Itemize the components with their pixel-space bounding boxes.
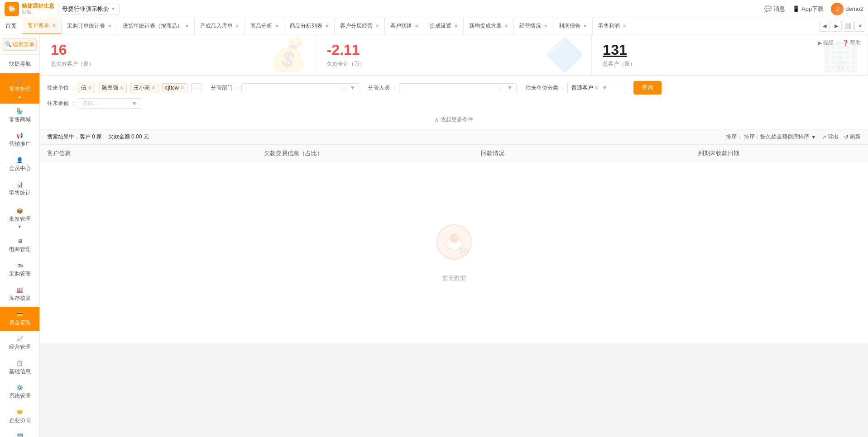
remove-tag-normal[interactable]: ✕: [595, 85, 599, 91]
filter-more-tags[interactable]: ···: [191, 83, 202, 92]
close-tab-product-analysis-list[interactable]: ✕: [325, 24, 329, 28]
nav-next-button[interactable]: ▶: [831, 21, 842, 32]
message-button[interactable]: 💬 消息: [764, 5, 785, 13]
data-table: 客户信息 欠款交易信息（占比） 回款情况 到期未收款日期: [40, 145, 868, 343]
sidebar-item-quick-nav[interactable]: 快捷导航: [0, 57, 39, 71]
collapse-up-icon: ∧: [435, 117, 439, 123]
account-selector[interactable]: 母婴行业演示帐套 ▼: [58, 4, 120, 14]
dept-select[interactable]: ··· ▼: [241, 83, 359, 92]
export-button[interactable]: ↗ 导出: [822, 133, 839, 141]
app-download-button[interactable]: 📱 App下载: [792, 5, 824, 13]
remove-tag-cjttcw[interactable]: ✕: [180, 85, 184, 91]
tab-profit-report[interactable]: 利润报告 ✕: [553, 18, 593, 34]
dept-chevron-icon: ▼: [350, 85, 355, 91]
tab-operation[interactable]: 经营情况 ✕: [514, 18, 553, 34]
close-tab-profit-report[interactable]: ✕: [583, 24, 587, 28]
sidebar-item-operation[interactable]: 📈 经营管理: [0, 331, 39, 356]
query-button[interactable]: 查询: [633, 81, 662, 95]
close-tab-retail-profit[interactable]: ✕: [623, 24, 626, 28]
tab-new-commission[interactable]: 新增提成方案 ✕: [464, 18, 514, 34]
logo-icon: 畅: [5, 2, 19, 16]
balance-select[interactable]: 选择... ▼: [78, 98, 141, 109]
person-chevron-icon: ▼: [507, 85, 513, 91]
nav-close-all-button[interactable]: ✕: [854, 21, 865, 32]
remove-tag-wu[interactable]: ✕: [88, 85, 92, 91]
sidebar-item-retail-mall[interactable]: 🏪 零售商城: [0, 104, 39, 128]
result-space: [104, 133, 107, 140]
tab-retail-profit-label: 零售利润: [598, 22, 620, 30]
person-label: 分管人员: [368, 84, 390, 92]
filter-tag-cjttcw[interactable]: cjttcw ✕: [162, 83, 187, 92]
sidebar-search-area: 🔍 搜索菜单: [0, 34, 39, 55]
sidebar-item-member[interactable]: 👤 会员中心: [0, 152, 39, 177]
tab-commission-settings[interactable]: 提成设置 ✕: [424, 18, 464, 34]
person-dots: ···: [499, 85, 504, 91]
tab-purchase-order[interactable]: 采购订单统计表 ✕: [62, 18, 117, 34]
sidebar-item-purchase[interactable]: 🛍 采购管理: [0, 258, 39, 282]
guide-icon: 🆕: [16, 433, 23, 437]
search-icon: 🔍: [5, 41, 12, 48]
close-tab-product-analysis[interactable]: ✕: [275, 24, 278, 28]
filter-tag-wu[interactable]: 伍 ✕: [78, 83, 95, 93]
sidebar-item-system[interactable]: ⚙️ 系统管理: [0, 380, 39, 404]
sidebar-item-ecommerce[interactable]: 🖥 电商管理: [0, 233, 39, 258]
filter-tag-chen[interactable]: 陈民强 ✕: [99, 83, 127, 93]
sidebar-item-wholesale[interactable]: 📦 批发管理 ▼: [0, 203, 39, 233]
stat-label-total: 总客户（家）: [603, 60, 857, 68]
tab-inbound-stats[interactable]: 进货单统计表（按商品） ✕: [117, 18, 195, 34]
username: demo2: [845, 5, 863, 12]
sidebar-item-basic-info[interactable]: 📋 基础信息: [0, 356, 39, 380]
close-tab-new-commission[interactable]: ✕: [504, 24, 508, 28]
close-tab-customer-tier[interactable]: ✕: [375, 24, 379, 28]
close-tab-commission-settings[interactable]: ✕: [454, 24, 458, 28]
sidebar-item-finance[interactable]: 💳 资金管理: [0, 307, 39, 331]
close-tab-product-inbound[interactable]: ✕: [235, 24, 239, 28]
close-tab-operation[interactable]: ✕: [544, 24, 547, 28]
user-area[interactable]: D demo2: [831, 3, 863, 15]
nav-maximize-button[interactable]: ⬜: [843, 21, 854, 32]
sidebar-item-enterprise[interactable]: 🤝 企业协同: [0, 404, 39, 429]
search-menu-button[interactable]: 🔍 搜索菜单: [3, 38, 37, 51]
tab-customer-contact[interactable]: 客户联络 ✕: [385, 18, 424, 34]
stats-header: 💰 16 总欠款客户（家） 🔷 -2.11 欠款合计（万） 🏢 131 总客户（…: [40, 34, 868, 76]
stat-block-amount: 🔷 -2.11 欠款合计（万）: [316, 34, 592, 75]
sidebar-item-marketing[interactable]: 📢 营销推广: [0, 128, 39, 152]
filter-tag-wang[interactable]: 王小亮 ✕: [130, 83, 158, 93]
close-tab-inbound-stats[interactable]: ✕: [185, 24, 189, 28]
close-tab-customer-ledger[interactable]: ✕: [52, 23, 56, 28]
close-tab-customer-contact[interactable]: ✕: [415, 24, 418, 28]
search-result-bar: 搜索结果中，客户 0 家 欠款金额 0.00 元 排序： 排序：按欠款金额倒序排…: [40, 129, 868, 145]
message-icon: 💬: [764, 5, 772, 12]
remove-tag-wang[interactable]: ✕: [151, 85, 155, 91]
sidebar-item-retail[interactable]: 🛒 零售管理 ▲: [0, 73, 39, 104]
remove-tag-chen[interactable]: ✕: [120, 85, 124, 91]
tab-home[interactable]: 首页: [0, 18, 22, 34]
filter-tag-normal-customer[interactable]: 普通客户 ✕: [571, 84, 599, 92]
tab-customer-ledger[interactable]: 客户账本 ✕: [22, 18, 62, 34]
tab-customer-tier[interactable]: 客户分层经营 ✕: [335, 18, 385, 34]
sidebar-item-inventory[interactable]: 🏭 库存核算: [0, 282, 39, 307]
col-customer-info: 客户信息: [47, 149, 264, 157]
top-bar-left: 畅 畅捷通好生意 标版 母婴行业演示帐套 ▼: [5, 2, 120, 16]
tab-product-inbound[interactable]: 产成品入库单 ✕: [195, 18, 245, 34]
close-tab-purchase-order[interactable]: ✕: [108, 24, 111, 28]
video-link[interactable]: ▶ 视频: [818, 39, 834, 47]
sort-selector[interactable]: 排序： 排序：按欠款金额倒序排序 ▼: [726, 133, 816, 141]
person-select[interactable]: ··· ▼: [399, 83, 517, 92]
tab-retail-profit[interactable]: 零售利润 ✕: [593, 18, 632, 34]
help-link[interactable]: ❓ 帮助: [842, 39, 861, 47]
tab-product-analysis-list[interactable]: 商品分析列表 ✕: [284, 18, 335, 34]
sidebar-item-retail-stats[interactable]: 📊 零售统计: [0, 177, 39, 201]
enterprise-icon: 🤝: [16, 409, 23, 415]
refresh-button[interactable]: ↺ 刷新: [844, 133, 861, 141]
tab-product-analysis[interactable]: 商品分析 ✕: [245, 18, 284, 34]
filter-tag-wu-text: 伍: [81, 84, 86, 92]
main-layout: 🔍 搜索菜单 快捷导航 🛒 零售管理 ▲ 🏪 零售商城 📢 营销推广 👤 会员中…: [0, 34, 868, 437]
sidebar-item-operation-label: 经营管理: [9, 343, 31, 351]
nav-prev-button[interactable]: ◀: [819, 21, 830, 32]
content-area: 💰 16 总欠款客户（家） 🔷 -2.11 欠款合计（万） 🏢 131 总客户（…: [40, 34, 868, 437]
unit-type-label: 往来单位分类: [526, 84, 558, 92]
collapse-button[interactable]: ∧ 收起更多条件: [431, 114, 477, 125]
unit-type-select[interactable]: 普通客户 ✕ ▼: [567, 83, 626, 93]
sidebar-item-guide[interactable]: 🆕 新手引导: [0, 429, 39, 437]
